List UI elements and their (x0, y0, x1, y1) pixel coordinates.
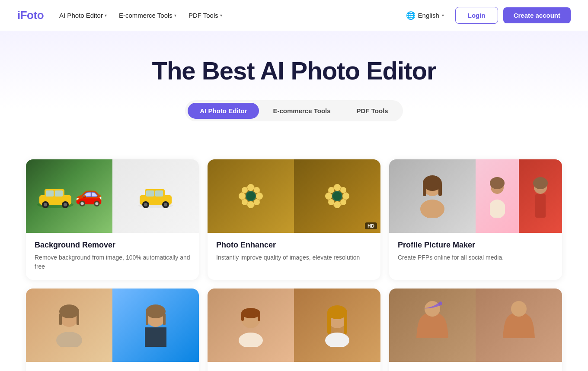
chevron-down-icon: ▾ (442, 13, 444, 18)
tab-ecommerce-tools[interactable]: E-commerce Tools (261, 103, 342, 119)
card-image-left (208, 289, 294, 362)
card-background-remover[interactable]: Background Remover Remove background fro… (26, 159, 199, 280)
card-image-right (112, 289, 199, 362)
svg-point-63 (241, 308, 260, 318)
card-image-profile-picture (389, 159, 562, 233)
nav-item-ai-photo-editor[interactable]: AI Photo Editor ▾ (59, 12, 107, 19)
card-image-right (112, 159, 199, 233)
svg-point-15 (144, 203, 147, 206)
login-button[interactable]: Login (455, 7, 498, 24)
card-image-hairstyle (208, 289, 380, 362)
svg-point-32 (334, 201, 341, 208)
svg-rect-69 (327, 312, 331, 334)
card-body-photo-enhancer: Photo Enhancer Instantly improve quality… (208, 233, 380, 271)
nav-label-pdf-tools: PDF Tools (189, 12, 218, 19)
svg-point-67 (325, 333, 349, 347)
svg-point-72 (511, 301, 527, 317)
svg-rect-43 (423, 183, 426, 196)
card-image-passport (26, 289, 199, 362)
navbar: iFoto AI Photo Editor ▾ E-commerce Tools… (0, 0, 588, 31)
svg-rect-60 (163, 313, 166, 325)
language-selector[interactable]: 🌐 English ▾ (400, 7, 450, 24)
card-photo-enhancer[interactable]: HD Photo Enhancer Instantly improve qual… (208, 159, 380, 280)
card-image-photo-enhancer: HD (208, 159, 380, 233)
svg-point-58 (146, 304, 166, 318)
nav-item-ecommerce[interactable]: E-commerce Tools ▾ (119, 12, 176, 19)
tab-bar: AI Photo Editor E-commerce Tools PDF Too… (185, 100, 403, 121)
cards-grid: Background Remover Remove background fro… (26, 159, 562, 371)
card-title: Photo Enhancer (216, 241, 372, 250)
card-image-left (26, 159, 112, 233)
chevron-down-icon: ▾ (220, 13, 222, 18)
card-image-left (389, 159, 476, 233)
nav-left: iFoto AI Photo Editor ▾ E-commerce Tools… (17, 9, 222, 22)
card-image-left (389, 289, 476, 362)
hd-badge: HD (365, 222, 377, 229)
svg-point-21 (247, 201, 254, 208)
svg-point-36 (340, 187, 346, 193)
card-ai-hairstyle[interactable]: AI Hairstyle (208, 289, 380, 371)
card-cleanup-pictures[interactable]: Cleanup Pictures (389, 289, 562, 371)
nav-right: 🌐 English ▾ Login Create account (400, 7, 571, 24)
card-desc: Instantly improve quality of images, ele… (216, 253, 372, 262)
svg-point-22 (239, 193, 246, 200)
svg-point-62 (239, 333, 263, 347)
svg-point-23 (256, 193, 263, 200)
svg-rect-65 (258, 313, 260, 321)
svg-point-28 (246, 192, 255, 200)
svg-point-24 (242, 187, 248, 193)
svg-point-26 (242, 199, 248, 205)
globe-icon: 🌐 (406, 11, 415, 20)
svg-rect-49 (535, 194, 546, 218)
card-image-left (208, 159, 294, 233)
svg-point-38 (340, 199, 346, 205)
svg-point-53 (59, 304, 79, 318)
card-image-right (294, 289, 380, 362)
svg-point-47 (490, 177, 505, 189)
logo[interactable]: iFoto (17, 9, 44, 22)
card-body-passport: Passport Photo Maker (26, 362, 199, 371)
chevron-down-icon: ▾ (174, 13, 176, 18)
hero-section: The Best AI Photo Editor AI Photo Editor… (0, 31, 588, 159)
nav-item-pdf-tools[interactable]: PDF Tools ▾ (189, 12, 222, 19)
svg-point-35 (328, 187, 334, 193)
svg-point-39 (333, 192, 342, 200)
card-body-cleanup: Cleanup Pictures (389, 362, 562, 371)
card-passport-photo-maker[interactable]: Passport Photo Maker (26, 289, 199, 371)
svg-rect-55 (77, 313, 79, 325)
tab-ai-photo-editor[interactable]: AI Photo Editor (188, 103, 259, 119)
svg-point-25 (254, 187, 260, 193)
svg-point-52 (56, 332, 82, 347)
svg-rect-3 (46, 190, 54, 197)
svg-rect-12 (146, 190, 154, 197)
svg-rect-13 (155, 190, 163, 197)
create-account-button[interactable]: Create account (503, 7, 571, 23)
svg-point-46 (490, 200, 505, 218)
language-label: English (418, 12, 439, 19)
card-body-profile-picture: Profile Picture Maker Create PFPs online… (389, 233, 562, 271)
svg-rect-59 (146, 313, 148, 325)
card-image-left (26, 289, 112, 362)
card-image-right: HD (294, 159, 380, 233)
svg-point-34 (342, 193, 349, 200)
nav-label-ecommerce: E-commerce Tools (119, 12, 173, 19)
card-desc: Remove background from image, 100% autom… (35, 253, 190, 271)
svg-point-27 (254, 199, 260, 205)
card-desc: Create PFPs online for all social media. (398, 253, 553, 262)
svg-point-20 (247, 184, 254, 191)
card-title: Background Remover (35, 241, 190, 250)
svg-point-37 (328, 199, 334, 205)
svg-rect-54 (59, 313, 62, 325)
svg-rect-44 (438, 183, 442, 196)
card-profile-picture-maker[interactable]: Profile Picture Maker Create PFPs online… (389, 159, 562, 280)
svg-point-17 (164, 203, 167, 206)
card-image-right-container (476, 159, 562, 233)
cards-section: Background Remover Remove background fro… (0, 159, 588, 371)
nav-menu: AI Photo Editor ▾ E-commerce Tools ▾ PDF… (59, 12, 222, 19)
tab-pdf-tools[interactable]: PDF Tools (345, 103, 400, 119)
svg-rect-64 (241, 313, 244, 321)
svg-point-41 (420, 200, 444, 218)
card-image-cleanup (389, 289, 562, 362)
card-image-right (476, 289, 562, 362)
svg-point-6 (44, 203, 47, 206)
